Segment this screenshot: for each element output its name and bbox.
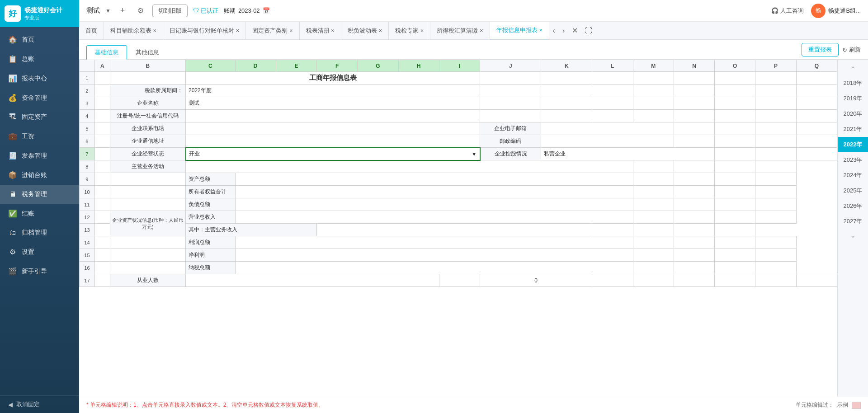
- cell-6-C[interactable]: [186, 135, 480, 148]
- cell-1-M[interactable]: [633, 72, 674, 84]
- cell-10-A[interactable]: [94, 186, 110, 198]
- cell-7-O[interactable]: [715, 148, 755, 160]
- cell-16-D[interactable]: [235, 262, 633, 274]
- cell-6-J[interactable]: 邮政编码: [480, 135, 541, 148]
- cell-6-O[interactable]: [715, 135, 755, 148]
- cell-12-B[interactable]: 企业资产状况信息(币种：人民币万元): [110, 211, 185, 236]
- col-header-O[interactable]: O: [715, 60, 755, 72]
- year-item-2022[interactable]: 2022年: [838, 137, 868, 152]
- cell-11-P[interactable]: [715, 198, 755, 211]
- cell-14-D[interactable]: [235, 236, 633, 249]
- cell-6-N[interactable]: [674, 135, 714, 148]
- cell-14-P[interactable]: [715, 236, 755, 249]
- cell-8-N[interactable]: [633, 160, 674, 173]
- col-header-H[interactable]: H: [398, 60, 439, 72]
- cell-5-K[interactable]: [541, 122, 674, 135]
- cell-1-K[interactable]: [541, 72, 592, 84]
- cell-13-P[interactable]: [674, 224, 714, 236]
- sidebar-item-settle[interactable]: ✅ 结账: [0, 204, 79, 223]
- col-header-K[interactable]: K: [541, 60, 592, 72]
- cell-17-B[interactable]: 从业人数: [110, 274, 185, 287]
- cell-6-K[interactable]: [541, 135, 674, 148]
- tab-expand-button[interactable]: ⛶: [581, 22, 596, 40]
- cell-14-A[interactable]: [94, 236, 110, 249]
- cell-1-L[interactable]: [592, 72, 633, 84]
- cell-17-Q[interactable]: [796, 274, 837, 287]
- cell-8-Q[interactable]: [755, 160, 796, 173]
- cell-1-C-title[interactable]: 工商年报信息表: [186, 72, 480, 84]
- dropdown-operating-status[interactable]: 开业 ▼: [189, 150, 477, 158]
- cell-6-Q[interactable]: [796, 135, 837, 148]
- cell-3-J[interactable]: [480, 97, 541, 110]
- cell-16-A[interactable]: [94, 262, 110, 274]
- col-header-J[interactable]: J: [480, 60, 541, 72]
- col-header-E[interactable]: E: [276, 60, 316, 72]
- cell-11-D[interactable]: [235, 198, 633, 211]
- year-panel-up-button[interactable]: ⌃: [838, 63, 868, 75]
- cell-4-P[interactable]: [755, 110, 796, 122]
- cell-7-Q[interactable]: [796, 148, 837, 160]
- cell-17-M[interactable]: [633, 274, 674, 287]
- tab-taxwave[interactable]: 税负波动表 ×: [341, 22, 389, 40]
- cell-7-B[interactable]: 企业经营状态: [110, 148, 185, 160]
- year-item-2024[interactable]: 2024年: [838, 168, 868, 183]
- cell-9-A[interactable]: [94, 173, 110, 186]
- cell-11-C[interactable]: 负债总额: [186, 198, 235, 211]
- cell-3-B[interactable]: 企业名称: [110, 97, 185, 110]
- cell-12-C[interactable]: 营业总收入: [186, 211, 235, 224]
- cell-16-B[interactable]: [110, 262, 185, 274]
- cell-6-P[interactable]: [755, 135, 796, 148]
- cell-15-D[interactable]: [235, 249, 633, 262]
- cell-1-O[interactable]: [715, 72, 755, 84]
- col-header-G[interactable]: G: [358, 60, 398, 72]
- cell-12-D[interactable]: [235, 211, 633, 224]
- sidebar-item-report[interactable]: 📊 报表中心: [0, 69, 79, 88]
- switch-old-version-button[interactable]: 切到旧版: [152, 5, 188, 17]
- cell-15-A[interactable]: [94, 249, 110, 262]
- year-item-2021[interactable]: 2021年: [838, 122, 868, 137]
- cell-11-B[interactable]: [110, 198, 185, 211]
- cell-17-A[interactable]: [94, 274, 110, 287]
- sidebar-item-wage[interactable]: 💼 工资: [0, 127, 79, 146]
- cell-10-Q[interactable]: [755, 186, 796, 198]
- spreadsheet-scroll[interactable]: A B C D E F G H I J K L: [79, 60, 837, 397]
- cell-17-P[interactable]: [755, 274, 796, 287]
- cell-2-K[interactable]: [541, 84, 592, 97]
- sidebar-collapse-button[interactable]: ◀ 取消固定: [0, 395, 79, 413]
- tab-next-button[interactable]: ›: [559, 22, 568, 40]
- cell-3-C[interactable]: 测试: [186, 97, 480, 110]
- cell-4-K[interactable]: [541, 110, 592, 122]
- cell-5-C[interactable]: [186, 122, 480, 135]
- col-header-D[interactable]: D: [235, 60, 276, 72]
- cell-17-I[interactable]: [439, 274, 480, 287]
- cell-11-N[interactable]: [633, 198, 674, 211]
- cell-6-A[interactable]: [94, 135, 110, 148]
- tab-prev-button[interactable]: ‹: [549, 22, 559, 40]
- cell-2-A[interactable]: [94, 84, 110, 97]
- cell-12-P[interactable]: [715, 211, 755, 224]
- topbar-dropdown-arrow[interactable]: ▼: [105, 8, 111, 14]
- col-header-L[interactable]: L: [592, 60, 633, 72]
- cell-10-O[interactable]: [674, 186, 714, 198]
- cell-13-D[interactable]: 其中：主营业务收入: [186, 224, 317, 236]
- cell-7-C-dropdown[interactable]: 开业 ▼: [186, 148, 480, 160]
- cell-2-P[interactable]: [755, 84, 796, 97]
- tab-close-all-button[interactable]: ✕: [568, 22, 581, 40]
- cell-2-C[interactable]: 2022年度: [186, 84, 480, 97]
- cell-2-N[interactable]: [674, 84, 714, 97]
- cell-8-A[interactable]: [94, 160, 110, 173]
- year-item-2018[interactable]: 2018年: [838, 75, 868, 91]
- cell-9-N[interactable]: [633, 173, 674, 186]
- cell-5-N[interactable]: [674, 122, 714, 135]
- cell-3-Q[interactable]: [796, 97, 837, 110]
- cell-10-P[interactable]: [715, 186, 755, 198]
- cell-9-C[interactable]: 资产总额: [186, 173, 235, 186]
- cell-10-N[interactable]: [633, 186, 674, 198]
- cell-4-J[interactable]: [480, 110, 541, 122]
- cell-1-J[interactable]: [480, 72, 541, 84]
- year-panel-down-button[interactable]: ⌄: [838, 229, 868, 241]
- cell-2-J[interactable]: [480, 84, 541, 97]
- year-item-2020[interactable]: 2020年: [838, 106, 868, 122]
- tab-annualreport[interactable]: 年报信息申报表 ×: [490, 22, 549, 40]
- cell-3-A[interactable]: [94, 97, 110, 110]
